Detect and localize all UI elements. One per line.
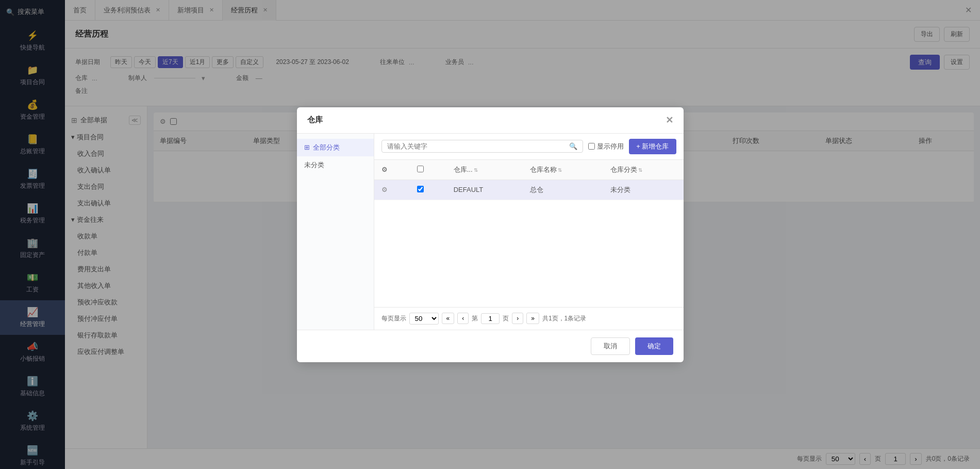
gear-icon-col[interactable]: ⚙: [381, 166, 388, 173]
show-disabled-checkbox[interactable]: [588, 143, 595, 150]
dialog-footer: 每页显示 50 100 « ‹ 第 页 › » 共1页，1条记录: [374, 307, 684, 330]
dialog-uncategorized-label: 未分类: [304, 160, 324, 170]
dialog-close-btn[interactable]: ✕: [666, 115, 673, 126]
dialog-page-label: 第: [472, 314, 478, 323]
dialog-search-input[interactable]: [387, 142, 567, 150]
dialog-actions: 取消 确定: [297, 330, 684, 362]
dialog-col-settings: ⚙: [374, 160, 410, 180]
dialog-sidebar-all-category[interactable]: ⊞ 全部分类: [297, 139, 374, 156]
dialog-table-row[interactable]: ⚙ DEFAULT 总仓 未分类: [374, 180, 684, 200]
dialog-col-checkbox: [410, 160, 446, 180]
show-disabled-label[interactable]: 显示停用: [588, 142, 624, 151]
row-code: DEFAULT: [446, 180, 523, 200]
dialog-col-code[interactable]: 仓库...⇅: [446, 160, 523, 180]
dialog-main: 🔍 显示停用 + 新增仓库 ⚙: [374, 134, 684, 330]
dialog-first-btn[interactable]: «: [442, 313, 455, 324]
dialog-pagination: 每页显示 50 100 « ‹ 第 页 › » 共1页，1条记录: [381, 313, 587, 325]
dialog-title: 仓库: [307, 115, 323, 125]
dialog-prev-btn[interactable]: ‹: [457, 313, 469, 324]
dialog-select-all[interactable]: [417, 166, 424, 172]
dialog-next-btn[interactable]: ›: [512, 313, 523, 324]
dialog-confirm-button[interactable]: 确定: [635, 337, 673, 355]
row-checkbox[interactable]: [410, 180, 446, 200]
dialog-per-page-label: 每页显示: [381, 314, 406, 323]
row-settings[interactable]: ⚙: [374, 180, 410, 200]
dialog-category-label: 全部分类: [313, 143, 340, 152]
dialog-total-label: 共1页，1条记录: [542, 314, 586, 323]
dialog-search-box[interactable]: 🔍: [381, 140, 584, 153]
add-warehouse-button[interactable]: + 新增仓库: [629, 139, 676, 154]
dialog-per-page-select[interactable]: 50 100: [409, 313, 439, 325]
dialog-last-btn[interactable]: »: [526, 313, 539, 324]
row-name: 总仓: [523, 180, 603, 200]
dialog-cancel-button[interactable]: 取消: [591, 337, 630, 355]
dialog-body: ⊞ 全部分类 未分类 🔍 显示停用 + 新增仓库: [297, 134, 684, 330]
dialog-header: 仓库 ✕: [297, 107, 684, 134]
warehouse-dialog: 仓库 ✕ ⊞ 全部分类 未分类 🔍 显示停用: [297, 107, 684, 362]
dialog-table-wrapper: ⚙ 仓库...⇅ 仓库名称⇅: [374, 160, 684, 307]
dialog-page-suffix: 页: [503, 314, 509, 323]
dialog-sidebar: ⊞ 全部分类 未分类: [297, 134, 374, 330]
dialog-page-input[interactable]: [481, 313, 500, 324]
grid-icon-dialog: ⊞: [304, 143, 310, 151]
search-icon-dialog: 🔍: [569, 142, 577, 150]
dialog-col-category[interactable]: 仓库分类⇅: [603, 160, 684, 180]
dialog-toolbar: 🔍 显示停用 + 新增仓库: [374, 134, 684, 160]
row-category: 未分类: [603, 180, 684, 200]
dialog-sidebar-uncategorized[interactable]: 未分类: [297, 156, 374, 174]
dialog-table: ⚙ 仓库...⇅ 仓库名称⇅: [374, 160, 684, 200]
dialog-col-name[interactable]: 仓库名称⇅: [523, 160, 603, 180]
